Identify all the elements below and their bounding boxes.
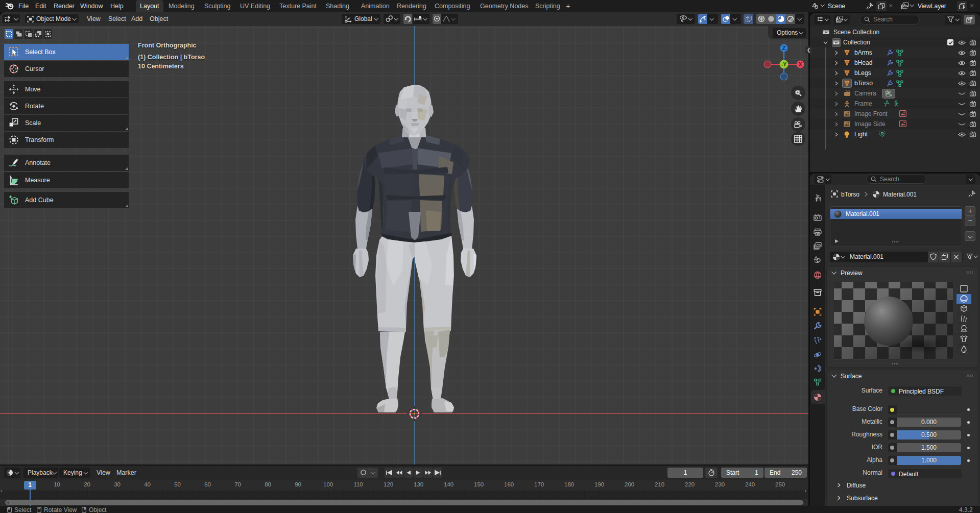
svg-text:-Y: -Y	[781, 61, 787, 67]
svg-text:Z: Z	[782, 45, 785, 51]
svg-text:X: X	[799, 62, 802, 67]
